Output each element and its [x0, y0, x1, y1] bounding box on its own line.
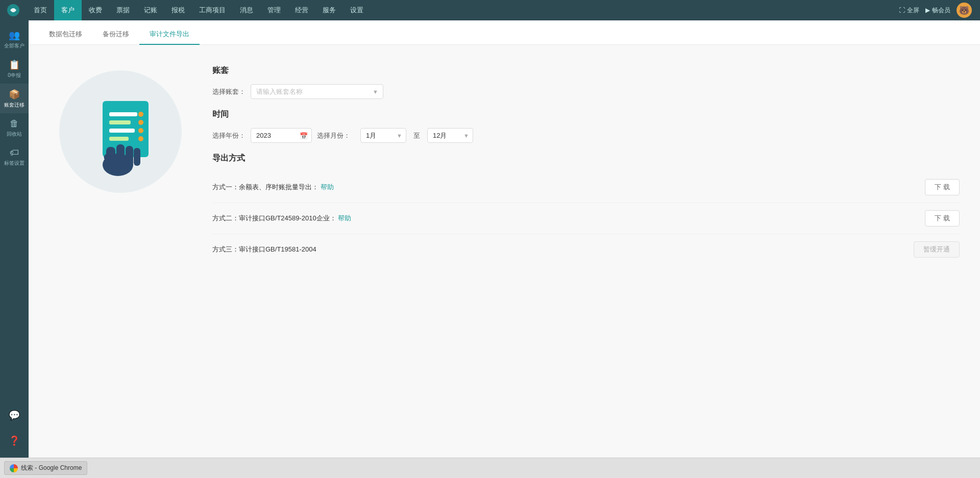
export-method-3-text: 方式三：审计接口GB/T19581-2004 [212, 245, 908, 254]
nav-bookkeeping[interactable]: 记账 [137, 0, 164, 20]
export-method-2-text: 方式二：审计接口GB/T24589-2010企业： 帮助 [212, 214, 919, 223]
nav-operations[interactable]: 经营 [288, 0, 315, 20]
sidebar-item-account-migration[interactable]: 📦 账套迁移 [0, 84, 29, 113]
sidebar-item-recycle[interactable]: 🗑 回收站 [0, 113, 29, 142]
nav-services[interactable]: 服务 [315, 0, 343, 20]
method-1-download-button[interactable]: 下 载 [925, 179, 960, 195]
to-text: 至 [411, 131, 422, 140]
taskbar-chrome-item[interactable]: 线索 - Google Chrome [4, 461, 87, 475]
app-logo[interactable] [4, 1, 22, 19]
svg-rect-12 [116, 144, 125, 167]
sidebar: 👥 全部客户 📋 0申报 📦 账套迁移 🗑 回收站 🏷 标签设置 💬 ❓ [0, 20, 29, 458]
sidebar-label-zero-declaration: 0申报 [8, 72, 21, 79]
export-method-3: 方式三：审计接口GB/T19581-2004 暂缓开通 [212, 234, 960, 265]
sidebar-bottom: 💬 ❓ [9, 405, 20, 458]
member-label: 畅会员 [932, 6, 950, 15]
illustration-area [49, 60, 192, 442]
tab-backup-migration[interactable]: 备份迁移 [92, 24, 139, 45]
tabs-bar: 数据包迁移 备份迁移 审计文件导出 [29, 20, 980, 45]
fullscreen-icon: ⛶ [899, 7, 905, 14]
sidebar-item-zero-declaration[interactable]: 📋 0申报 [0, 54, 29, 84]
year-input-wrapper: 📅 [251, 128, 312, 143]
method-2-help-link[interactable]: 帮助 [338, 214, 351, 222]
sidebar-label-recycle: 回收站 [7, 131, 22, 137]
illustration-circle [59, 70, 182, 193]
fullscreen-label: 全屏 [907, 6, 919, 15]
nav-clients[interactable]: 客户 [54, 0, 82, 20]
svg-rect-4 [109, 129, 135, 133]
tab-data-migration[interactable]: 数据包迁移 [39, 24, 92, 45]
sidebar-help[interactable]: ❓ [9, 430, 20, 451]
account-label: 选择账套： [212, 87, 246, 96]
sidebar-label-all-clients: 全部客户 [4, 43, 24, 49]
month-label: 选择月份： [317, 131, 350, 140]
sidebar-label-account-migration: 账套迁移 [4, 102, 24, 108]
svg-rect-2 [109, 112, 137, 116]
member-button[interactable]: ▶ 畅会员 [925, 6, 950, 15]
account-row: 选择账套： ▼ [212, 84, 960, 99]
top-navigation: 首页 客户 收费 票据 记账 报税 工商项目 消息 管理 经营 服务 设置 ⛶ … [0, 0, 980, 20]
taskbar: 线索 - Google Chrome [0, 458, 980, 478]
content-area: 数据包迁移 备份迁移 审计文件导出 [29, 20, 980, 458]
month-start-select[interactable]: 1月2月3月4月 5月6月7月8月 9月10月11月12月 [360, 128, 406, 143]
svg-point-9 [138, 136, 143, 141]
time-inputs: 📅 选择月份： 1月2月3月4月 5月6月7月8月 9月10月11月12月 ▼ … [251, 128, 473, 143]
sidebar-item-all-clients[interactable]: 👥 全部客户 [0, 24, 29, 54]
export-method-1-text: 方式一：余额表、序时账批量导出： 帮助 [212, 183, 919, 192]
method-2-download-button[interactable]: 下 载 [925, 210, 960, 227]
declaration-icon: 📋 [9, 59, 20, 70]
sidebar-label-tag-settings: 标签设置 [4, 160, 24, 166]
svg-rect-3 [109, 120, 131, 124]
chrome-icon [10, 464, 18, 472]
export-method-2: 方式二：审计接口GB/T24589-2010企业： 帮助 下 载 [212, 203, 960, 234]
svg-point-7 [138, 120, 143, 125]
illustration-svg [75, 81, 166, 183]
nav-home[interactable]: 首页 [27, 0, 54, 20]
export-method-1: 方式一：余额表、序时账批量导出： 帮助 下 载 [212, 172, 960, 203]
year-label: 选择年份： [212, 131, 246, 140]
svg-rect-13 [126, 146, 133, 166]
nav-items: 首页 客户 收费 票据 记账 报税 工商项目 消息 管理 经营 服务 设置 [27, 0, 899, 20]
nav-messages[interactable]: 消息 [233, 0, 260, 20]
clients-icon: 👥 [9, 30, 20, 41]
avatar[interactable]: 🐻 [957, 3, 972, 18]
help-icon: ❓ [9, 435, 20, 446]
method-3-coming-soon-button[interactable]: 暂缓开通 [914, 241, 960, 258]
nav-settings[interactable]: 设置 [343, 0, 371, 20]
svg-point-6 [138, 112, 143, 117]
method-1-label: 方式一：余额表、序时账批量导出： [212, 183, 318, 191]
video-icon: ▶ [925, 7, 930, 14]
year-input[interactable] [251, 128, 312, 143]
nav-tax[interactable]: 报税 [164, 0, 192, 20]
month-end-wrapper: 1月2月3月4月 5月6月7月8月 9月10月11月 12月 ▼ [427, 128, 473, 143]
tab-audit-export[interactable]: 审计文件导出 [139, 24, 200, 45]
sidebar-chat[interactable]: 💬 [9, 405, 20, 426]
fullscreen-button[interactable]: ⛶ 全屏 [899, 6, 919, 15]
export-section-title: 导出方式 [212, 153, 960, 164]
time-row: 选择年份： 📅 选择月份： 1月2月3月4月 5月6月7月8月 9月10月11月… [212, 128, 960, 143]
top-nav-right: ⛶ 全屏 ▶ 畅会员 🐻 [899, 3, 980, 18]
form-area: 账套 选择账套： ▼ 时间 选择年份： [192, 60, 960, 442]
account-input[interactable] [251, 84, 383, 99]
migration-icon: 📦 [9, 89, 20, 100]
tag-icon: 🏷 [10, 147, 19, 158]
export-section-divider: 导出方式 [212, 153, 960, 164]
chat-icon: 💬 [9, 410, 20, 421]
nav-management[interactable]: 管理 [260, 0, 288, 20]
time-section-title: 时间 [212, 109, 960, 120]
recycle-icon: 🗑 [10, 118, 19, 129]
nav-fees[interactable]: 收费 [82, 0, 109, 20]
page-content: 账套 选择账套： ▼ 时间 选择年份： [29, 45, 980, 458]
month-end-select[interactable]: 1月2月3月4月 5月6月7月8月 9月10月11月 12月 [427, 128, 473, 143]
sidebar-item-tag-settings[interactable]: 🏷 标签设置 [0, 142, 29, 171]
nav-invoices[interactable]: 票据 [109, 0, 137, 20]
account-section-title: 账套 [212, 65, 960, 76]
nav-business[interactable]: 工商项目 [192, 0, 233, 20]
method-3-label: 方式三：审计接口GB/T19581-2004 [212, 245, 316, 253]
method-1-help-link[interactable]: 帮助 [321, 183, 334, 191]
account-select-wrapper: ▼ [251, 84, 383, 99]
method-2-label: 方式二：审计接口GB/T24589-2010企业： [212, 214, 336, 222]
svg-point-8 [138, 128, 143, 133]
time-section-divider: 时间 [212, 109, 960, 120]
month-start-wrapper: 1月2月3月4月 5月6月7月8月 9月10月11月12月 ▼ [360, 128, 406, 143]
